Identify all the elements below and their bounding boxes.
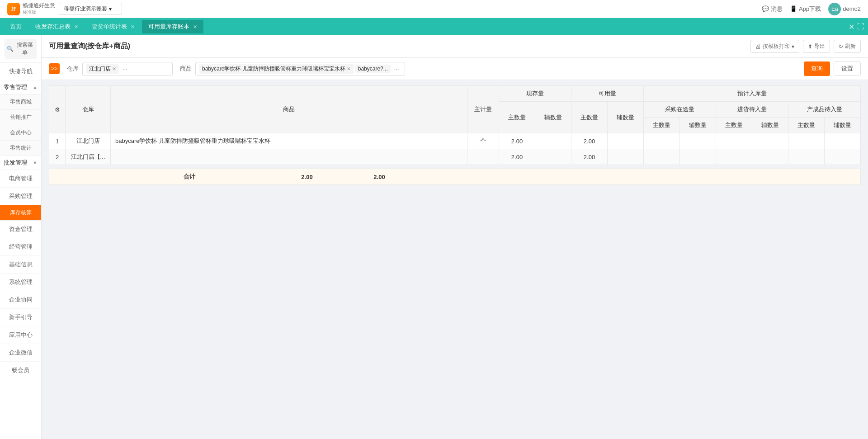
row2-purchase-main bbox=[644, 149, 680, 165]
sidebar-item-wechat[interactable]: 企业微信 bbox=[0, 344, 41, 362]
row2-index: 2 bbox=[49, 149, 66, 165]
sidebar-item-ecommerce[interactable]: 电商管理 bbox=[0, 170, 41, 188]
tab-receive[interactable]: 收发存汇总表 ✕ bbox=[29, 20, 85, 33]
data-table: ⚙ 仓库 商品 主计量 现存量 可用量 预计入库量 主数量 辅数量 主数量 bbox=[49, 85, 861, 165]
print-icon: 🖨 bbox=[755, 43, 761, 50]
sidebar-section-retail[interactable]: 零售管理 ▲ bbox=[0, 80, 41, 94]
row2-stock-aux bbox=[535, 149, 571, 165]
template-print-button[interactable]: 🖨 按模板打印 ▾ bbox=[750, 40, 799, 53]
user-area[interactable]: Ea demo2 bbox=[828, 3, 861, 15]
sidebar-item-retail-stats[interactable]: 零售统计 bbox=[0, 141, 41, 156]
row2-avail-aux bbox=[608, 149, 644, 165]
row2-avail-main: 2.00 bbox=[571, 149, 608, 165]
product-filter-dots[interactable]: ··· bbox=[392, 66, 401, 72]
tab-available-close[interactable]: ✕ bbox=[193, 24, 197, 30]
sidebar-item-inventory[interactable]: 库存核算 bbox=[0, 205, 41, 221]
settings-button[interactable]: 设置 bbox=[834, 61, 861, 76]
row1-stock-main: 2.00 bbox=[499, 133, 535, 149]
nav-close-icon[interactable]: ✕ bbox=[849, 23, 854, 31]
tab-order[interactable]: 要货单统计表 ✕ bbox=[85, 20, 141, 33]
row1-product-aux bbox=[825, 133, 861, 149]
sidebar-item-member[interactable]: 会员中心 bbox=[0, 125, 41, 141]
sidebar-item-purchase[interactable]: 采购管理 bbox=[0, 188, 41, 205]
sidebar-item-finance[interactable]: 资金管理 bbox=[0, 221, 41, 238]
sidebar-item-marketing[interactable]: 营销推广 bbox=[0, 110, 41, 125]
warehouse-filter-label: 仓库 bbox=[67, 65, 79, 73]
tab-receive-label: 收发存汇总表 bbox=[35, 23, 71, 31]
warehouse-filter-input[interactable]: 江北门店 ✕ ··· bbox=[82, 62, 173, 76]
product-tag-1: babycare学饮杯 儿童防摔防撞吸管杯重力球吸嘴杯宝宝水杯 ✕ bbox=[199, 64, 354, 74]
sidebar-retail-items: 零售商城 营销推广 会员中心 零售统计 bbox=[0, 94, 41, 156]
refresh-icon: ↻ bbox=[839, 43, 843, 50]
export-icon: ⬆ bbox=[808, 43, 812, 50]
sidebar-item-system[interactable]: 系统管理 bbox=[0, 274, 41, 291]
query-button[interactable]: 查询 bbox=[804, 61, 830, 76]
page-title: 可用量查询(按仓库+商品) bbox=[49, 42, 130, 51]
message-action[interactable]: 💬 消息 bbox=[762, 5, 783, 13]
product-tag-2-text: babycare?... bbox=[358, 66, 388, 72]
warehouse-filter-dots[interactable]: ··· bbox=[121, 66, 129, 72]
nav-expand-icon[interactable]: ⛶ bbox=[857, 23, 864, 31]
row1-purchase-main bbox=[644, 133, 680, 149]
search-menu-button[interactable]: 🔍 搜索菜单 bbox=[5, 39, 37, 59]
sidebar-item-guide[interactable]: 新手引导 bbox=[0, 309, 41, 326]
product-filter-label: 商品 bbox=[180, 65, 192, 73]
app-download-action[interactable]: 📱 App下载 bbox=[790, 5, 821, 13]
th-warehouse: 仓库 bbox=[66, 86, 111, 133]
row1-purchase-aux bbox=[680, 133, 716, 149]
top-bar-right: 💬 消息 📱 App下载 Ea demo2 bbox=[762, 3, 861, 15]
app-download-label: App下载 bbox=[799, 5, 821, 13]
th-purchase-main: 主数量 bbox=[644, 118, 680, 133]
logo-badge: 标准版 bbox=[23, 9, 55, 15]
search-icon: 🔍 bbox=[7, 46, 14, 52]
export-button[interactable]: ⬆ 导出 bbox=[803, 40, 830, 53]
sidebar-item-app-center[interactable]: 应用中心 bbox=[0, 326, 41, 344]
row2-incoming-main bbox=[716, 149, 752, 165]
row2-product-main bbox=[788, 149, 825, 165]
th-settings[interactable]: ⚙ bbox=[49, 86, 66, 133]
sidebar-item-enterprise[interactable]: 企业协同 bbox=[0, 291, 41, 309]
row2-incoming-aux bbox=[752, 149, 788, 165]
logo-icon: 好 bbox=[7, 3, 20, 15]
nav-tabs-right: ✕ ⛶ bbox=[849, 23, 864, 31]
product-filter-input[interactable]: babycare学饮杯 儿童防摔防撞吸管杯重力球吸嘴杯宝宝水杯 ✕ babyca… bbox=[195, 62, 405, 76]
tab-home-label: 首页 bbox=[10, 23, 22, 31]
sidebar-quick-nav-label: 快捷导航 bbox=[9, 68, 33, 75]
page-actions: 🖨 按模板打印 ▾ ⬆ 导出 ↻ 刷新 bbox=[750, 40, 861, 53]
industry-selector-label: 母婴行业演示账套 bbox=[64, 5, 107, 13]
logo-text: 畅捷通好生意 bbox=[23, 2, 55, 9]
row1-warehouse: 江北门店 bbox=[66, 133, 111, 149]
th-stock-main-qty: 主数量 bbox=[499, 102, 535, 133]
sidebar-item-retail-mall[interactable]: 零售商城 bbox=[0, 94, 41, 110]
row1-unit: 个 bbox=[467, 133, 499, 149]
industry-selector[interactable]: 母婴行业演示账套 ▾ bbox=[59, 3, 122, 15]
tab-receive-close[interactable]: ✕ bbox=[74, 24, 78, 30]
sidebar-section-wholesale[interactable]: 批发管理 ▼ bbox=[0, 156, 41, 170]
table-container: ⚙ 仓库 商品 主计量 现存量 可用量 预计入库量 主数量 辅数量 主数量 bbox=[42, 80, 868, 439]
message-icon: 💬 bbox=[762, 5, 769, 12]
th-forecast: 预计入库量 bbox=[644, 86, 861, 102]
table-row: 2 江北门店【... 2.00 2.00 bbox=[49, 149, 861, 165]
product-tag-1-remove[interactable]: ✕ bbox=[347, 66, 351, 72]
tab-available[interactable]: 可用量库存账本 ✕ bbox=[142, 20, 203, 33]
filter-bar: >> 仓库 江北门店 ✕ ··· 商品 babycare学饮杯 儿童防摔防撞吸管… bbox=[42, 58, 868, 80]
refresh-button[interactable]: ↻ 刷新 bbox=[834, 40, 861, 53]
row2-product-aux bbox=[825, 149, 861, 165]
expand-icon: >> bbox=[51, 66, 57, 72]
tab-order-label: 要货单统计表 bbox=[92, 23, 127, 31]
th-purchase-transit: 采购在途量 bbox=[644, 102, 716, 118]
table-footer: 合计 2.00 2.00 bbox=[49, 169, 861, 185]
tab-home[interactable]: 首页 bbox=[4, 20, 28, 33]
table-scroll[interactable]: ⚙ 仓库 商品 主计量 现存量 可用量 预计入库量 主数量 辅数量 主数量 bbox=[49, 85, 861, 165]
product-tag-2: babycare?... bbox=[355, 65, 391, 73]
warehouse-filter-group: 仓库 江北门店 ✕ ··· bbox=[67, 62, 173, 76]
sidebar-item-basic-info[interactable]: 基础信息 bbox=[0, 256, 41, 274]
footer-stock-main: 2.00 bbox=[289, 174, 325, 180]
tab-order-close[interactable]: ✕ bbox=[131, 24, 135, 30]
filter-expand-button[interactable]: >> bbox=[49, 63, 60, 74]
sidebar-item-member2[interactable]: 畅会员 bbox=[0, 362, 41, 379]
sidebar-item-quick-nav[interactable]: 快捷导航 bbox=[0, 63, 41, 80]
product-filter-group: 商品 babycare学饮杯 儿童防摔防撞吸管杯重力球吸嘴杯宝宝水杯 ✕ bab… bbox=[180, 62, 405, 76]
sidebar-item-operations[interactable]: 经营管理 bbox=[0, 238, 41, 256]
warehouse-tag-remove[interactable]: ✕ bbox=[112, 66, 116, 72]
